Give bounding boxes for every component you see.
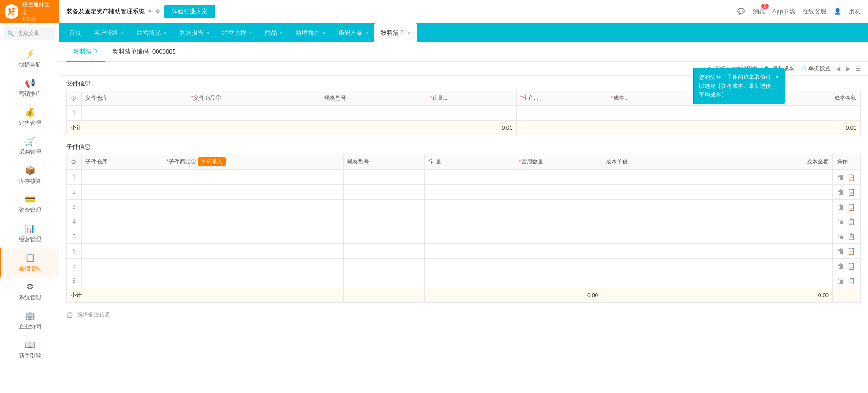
delete-icon-6[interactable]: 🗑 xyxy=(838,248,844,255)
tab-close-operation-history[interactable]: × xyxy=(249,30,252,36)
sidebar-item-sales[interactable]: 💰销售管理 xyxy=(0,103,59,132)
sidebar-item-quick-nav[interactable]: ⚡快捷导航 xyxy=(0,44,59,73)
tab-profit-report[interactable]: 利润报告× xyxy=(173,23,216,42)
parent-product-cell[interactable] xyxy=(187,106,320,121)
sub-tab-bom-code[interactable]: 物料清单编码 0000005 xyxy=(105,42,183,62)
online-service-btn[interactable]: 在线客服 xyxy=(802,7,826,16)
child-qty-cell-8[interactable] xyxy=(515,273,602,288)
tab-close-barcode[interactable]: × xyxy=(365,30,368,36)
child-unit-cost-cell-3[interactable] xyxy=(602,200,683,214)
copy-icon-1[interactable]: 📋 xyxy=(847,174,855,181)
delete-icon-7[interactable]: 🗑 xyxy=(838,262,844,270)
child-unit-cost-cell-6[interactable] xyxy=(602,244,683,259)
child-unit-cell-5[interactable] xyxy=(424,229,494,244)
nav-prev-icon[interactable]: ◀ xyxy=(836,66,840,72)
message-section[interactable]: 💬 6 消息 xyxy=(737,7,765,16)
child-product-cell-8[interactable] xyxy=(163,273,344,288)
child-unit-cell-2[interactable] xyxy=(424,185,494,200)
child-qty-cell-2[interactable] xyxy=(515,185,602,200)
child-warehouse-cell-1[interactable] xyxy=(82,170,163,185)
tab-close-profit-report[interactable]: × xyxy=(206,30,209,36)
child-unit-cost-cell-7[interactable] xyxy=(602,259,683,273)
child-unit-cell-7[interactable] xyxy=(424,259,494,273)
tab-bom[interactable]: 物料清单× xyxy=(374,23,417,42)
child-qty-cell-3[interactable] xyxy=(515,200,602,214)
settings-icon[interactable]: ⚙ xyxy=(155,8,161,15)
parent-spec-cell[interactable] xyxy=(320,106,426,121)
sidebar-item-system[interactable]: ⚙系统管理 xyxy=(0,277,59,306)
child-warehouse-cell-5[interactable] xyxy=(82,229,163,244)
sidebar-item-purchase[interactable]: 🛒采购管理 xyxy=(0,132,59,161)
child-product-cell-5[interactable] xyxy=(163,229,344,244)
child-unit-cost-cell-4[interactable] xyxy=(602,214,683,229)
tooltip-close-button[interactable]: × xyxy=(775,73,778,82)
sidebar-item-operation[interactable]: 📊经营管理 xyxy=(0,219,59,248)
delete-icon-2[interactable]: 🗑 xyxy=(838,188,844,196)
child-spec-cell-4[interactable] xyxy=(344,214,425,229)
nav-next-icon[interactable]: ▶ xyxy=(846,66,850,72)
sidebar-item-finance[interactable]: 💳资金管理 xyxy=(0,190,59,219)
child-unit-cell-1[interactable] xyxy=(424,170,494,185)
tab-close-operation-status[interactable]: × xyxy=(163,30,166,36)
child-product-cell-1[interactable] xyxy=(163,170,344,185)
child-product-cell-2[interactable] xyxy=(163,185,344,200)
tab-close-customer[interactable]: × xyxy=(121,30,124,36)
copy-icon-6[interactable]: 📋 xyxy=(847,248,855,255)
sidebar-item-marketing[interactable]: 📢营销推广 xyxy=(0,73,59,103)
child-unit-cell-4[interactable] xyxy=(424,214,494,229)
child-spec-cell-1[interactable] xyxy=(344,170,425,185)
delete-icon-1[interactable]: 🗑 xyxy=(838,174,844,181)
child-product-cell-4[interactable] xyxy=(163,214,344,229)
copy-icon-4[interactable]: 📋 xyxy=(847,218,855,225)
child-spec-cell-6[interactable] xyxy=(344,244,425,259)
delete-icon-8[interactable]: 🗑 xyxy=(838,277,844,284)
tab-barcode[interactable]: 条码方案× xyxy=(332,23,374,42)
child-unit-cell-3[interactable] xyxy=(424,200,494,214)
child-unit-cost-cell-2[interactable] xyxy=(602,185,683,200)
child-product-cell-3[interactable] xyxy=(163,200,344,214)
child-warehouse-cell-6[interactable] xyxy=(82,244,163,259)
parent-unit-cell[interactable] xyxy=(426,106,516,121)
copy-icon-7[interactable]: 📋 xyxy=(847,262,855,270)
sub-tab-bom-list[interactable]: 物料清单 xyxy=(66,42,105,62)
tab-home[interactable]: 首页 xyxy=(63,23,88,42)
copy-icon-8[interactable]: 📋 xyxy=(847,277,855,284)
parent-production-cell[interactable] xyxy=(517,106,607,121)
child-qty-cell-1[interactable] xyxy=(515,170,602,185)
sidebar-item-enterprise[interactable]: 🏢企业协同 xyxy=(0,306,59,335)
child-qty-cell-6[interactable] xyxy=(515,244,602,259)
tab-close-goods[interactable]: × xyxy=(280,30,283,36)
child-product-cell-6[interactable] xyxy=(163,244,344,259)
tab-operation-status[interactable]: 经营情况× xyxy=(130,23,173,42)
sidebar-item-inventory[interactable]: 📦库存核算 xyxy=(0,161,59,190)
tab-goods[interactable]: 商品× xyxy=(259,23,289,42)
child-qty-cell-5[interactable] xyxy=(515,229,602,244)
user-name[interactable]: 用友 xyxy=(849,7,861,16)
child-unit-cost-cell-1[interactable] xyxy=(602,170,683,185)
tab-new-goods[interactable]: 新增商品× xyxy=(289,23,332,42)
delete-icon-4[interactable]: 🗑 xyxy=(838,218,844,225)
child-warehouse-cell-3[interactable] xyxy=(82,200,163,214)
app-download-btn[interactable]: App下载 xyxy=(772,7,795,16)
child-product-cell-7[interactable] xyxy=(163,259,344,273)
bill-settings-btn[interactable]: 📄 单据设置 xyxy=(800,65,831,73)
child-warehouse-cell-4[interactable] xyxy=(82,214,163,229)
expand-icon[interactable]: ☰ xyxy=(856,66,861,72)
child-unit-cell-8[interactable] xyxy=(424,273,494,288)
child-unit-cell-6[interactable] xyxy=(424,244,494,259)
tab-customer[interactable]: 客户联络× xyxy=(88,23,130,42)
delete-icon-3[interactable]: 🗑 xyxy=(838,203,844,211)
delete-icon-5[interactable]: 🗑 xyxy=(838,233,844,240)
tab-operation-history[interactable]: 经营历程× xyxy=(216,23,258,42)
trial-button[interactable]: 体验行业方案 xyxy=(164,5,215,18)
child-warehouse-cell-2[interactable] xyxy=(82,185,163,200)
child-spec-cell-2[interactable] xyxy=(344,185,425,200)
parent-warehouse-cell[interactable] xyxy=(82,106,187,121)
child-warehouse-cell-8[interactable] xyxy=(82,273,163,288)
child-unit-cost-cell-5[interactable] xyxy=(602,229,683,244)
sidebar-item-basic[interactable]: 📋基础信息 xyxy=(0,248,59,277)
tab-close-bom[interactable]: × xyxy=(408,30,410,36)
parent-cost-cell[interactable] xyxy=(607,106,698,121)
copy-icon-2[interactable]: 📋 xyxy=(847,188,855,196)
child-qty-cell-7[interactable] xyxy=(515,259,602,273)
